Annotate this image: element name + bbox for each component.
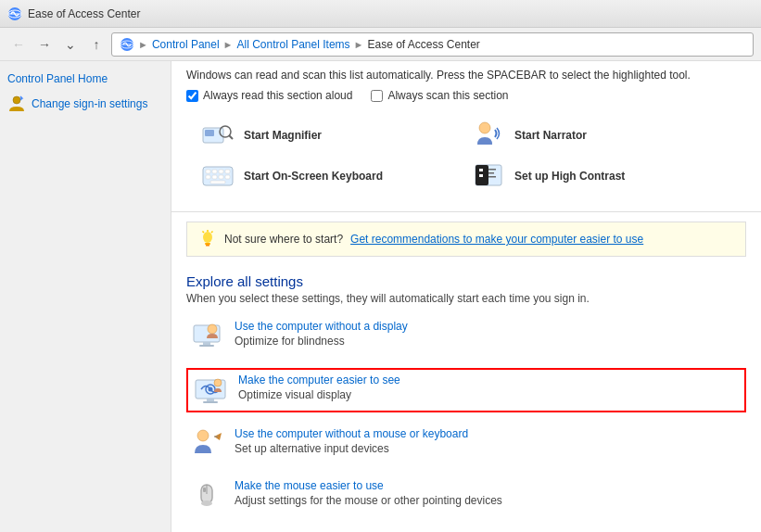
tool-contrast-label: Set up High Contrast (514, 170, 625, 183)
svg-rect-42 (207, 399, 214, 401)
keyboard-icon (201, 159, 235, 193)
setting-no-display-link[interactable]: Use the computer without a display (235, 320, 408, 333)
quick-tools-grid: Start Magnifier Start Narrator (186, 111, 746, 200)
address-bar[interactable]: ► Control Panel ► All Control Panel Item… (111, 32, 754, 57)
tool-keyboard[interactable]: Start On-Screen Keyboard (201, 159, 461, 193)
svg-point-12 (479, 122, 490, 133)
checkbox-always-read-label: Always read this section aloud (203, 89, 352, 102)
svg-rect-14 (206, 170, 210, 173)
up-button[interactable]: ↑ (85, 33, 108, 56)
auto-read-text: Windows can read and scan this list auto… (186, 69, 746, 82)
svg-rect-31 (205, 243, 210, 245)
address-current: Ease of Access Center (367, 38, 479, 51)
explore-section: Explore all settings When you select the… (171, 266, 761, 532)
not-sure-text: Not sure where to start? (224, 233, 343, 246)
setting-no-mouse-desc: Set up alternative input devices (235, 442, 389, 455)
checkbox-always-read[interactable]: Always read this section aloud (186, 89, 352, 102)
setting-mouse-easier-link[interactable]: Make the mouse easier to use (235, 479, 502, 492)
change-signin-icon (7, 95, 26, 113)
top-section: Windows can read and scan this list auto… (171, 61, 761, 212)
mouse-easier-icon (190, 479, 223, 513)
svg-rect-43 (203, 401, 218, 403)
setting-no-mouse: Use the computer without a mouse or keyb… (186, 424, 746, 464)
address-separator-3: ► (354, 39, 364, 50)
address-separator-2: ► (223, 39, 234, 50)
setting-mouse-easier-text: Make the mouse easier to use Adjust sett… (235, 479, 502, 507)
svg-rect-25 (479, 169, 483, 171)
svg-point-30 (203, 232, 212, 243)
svg-point-47 (197, 430, 209, 441)
main-layout: Control Panel Home Change sign-in settin… (0, 61, 761, 532)
title-bar-text: Ease of Access Center (28, 7, 140, 20)
svg-rect-32 (206, 245, 209, 247)
content-area: Windows can read and scan this list auto… (171, 61, 761, 532)
svg-rect-37 (203, 342, 210, 345)
address-icon (120, 37, 134, 52)
svg-point-46 (214, 379, 222, 386)
bulb-icon (198, 230, 217, 248)
svg-rect-28 (488, 172, 494, 174)
back-button[interactable]: ← (7, 33, 30, 56)
svg-rect-17 (225, 170, 230, 173)
setting-keyboard-easier: Make the keyboard easier to use Adjust s… (186, 527, 746, 532)
checkbox-always-read-input[interactable] (186, 90, 198, 102)
forward-button[interactable]: → (33, 33, 56, 56)
sidebar: Control Panel Home Change sign-in settin… (0, 61, 171, 532)
sidebar-link-change-signin[interactable]: Change sign-in settings (32, 97, 147, 110)
title-bar: Ease of Access Center (0, 0, 761, 28)
recent-pages-button[interactable]: ⌄ (59, 33, 82, 56)
setting-easier-to-see-text: Make the computer easier to see Optimize… (238, 374, 400, 401)
address-separator-1: ► (138, 39, 148, 50)
setting-mouse-easier-desc: Adjust settings for the mouse or other p… (235, 494, 502, 507)
setting-no-display-text: Use the computer without a display Optim… (235, 320, 408, 348)
not-sure-link[interactable]: Get recommendations to make your compute… (350, 233, 643, 246)
svg-rect-9 (205, 130, 214, 136)
svg-rect-22 (210, 181, 225, 184)
checkbox-row: Always read this section aloud Always sc… (186, 89, 746, 102)
magnifier-icon (201, 119, 235, 152)
address-control-panel[interactable]: Control Panel (152, 38, 220, 51)
easier-to-see-icon (194, 374, 227, 407)
svg-line-34 (211, 232, 213, 234)
svg-rect-18 (206, 175, 210, 179)
svg-rect-20 (219, 175, 223, 179)
sidebar-link-control-panel[interactable]: Control Panel Home (7, 72, 163, 85)
svg-line-11 (229, 135, 233, 139)
svg-rect-26 (479, 174, 483, 177)
tool-contrast[interactable]: Set up High Contrast (472, 159, 731, 193)
svg-line-35 (203, 232, 205, 234)
address-all-items[interactable]: All Control Panel Items (237, 38, 350, 51)
setting-easier-to-see-link[interactable]: Make the computer easier to see (238, 374, 400, 386)
narrator-icon (472, 119, 505, 152)
explore-desc: When you select these settings, they wil… (186, 292, 746, 305)
tool-narrator[interactable]: Start Narrator (472, 119, 731, 152)
contrast-icon (472, 159, 505, 193)
checkbox-always-scan-label: Always scan this section (387, 89, 508, 102)
nav-bar: ← → ⌄ ↑ ► Control Panel ► All Control Pa… (0, 28, 761, 61)
checkbox-always-scan-input[interactable] (371, 90, 383, 102)
setting-no-mouse-text: Use the computer without a mouse or keyb… (235, 427, 468, 455)
svg-point-52 (201, 500, 212, 506)
svg-rect-21 (225, 175, 230, 179)
tool-narrator-label: Start Narrator (514, 129, 587, 142)
tool-magnifier[interactable]: Start Magnifier (201, 119, 461, 152)
setting-no-display-desc: Optimize for blindness (235, 335, 345, 348)
setting-no-display: Use the computer without a display Optim… (186, 316, 746, 357)
title-bar-icon (7, 6, 22, 21)
svg-point-39 (208, 324, 217, 334)
setting-easier-to-see-desc: Optimize visual display (238, 388, 351, 401)
explore-title: Explore all settings (186, 273, 746, 289)
svg-rect-38 (199, 345, 214, 347)
svg-rect-51 (203, 488, 206, 492)
svg-rect-27 (488, 169, 496, 171)
svg-rect-16 (219, 170, 223, 173)
no-display-icon (190, 320, 223, 353)
tool-keyboard-label: Start On-Screen Keyboard (244, 170, 383, 183)
svg-rect-19 (212, 175, 217, 179)
no-mouse-icon (190, 427, 223, 461)
checkbox-always-scan[interactable]: Always scan this section (371, 89, 508, 102)
not-sure-section: Not sure where to start? Get recommendat… (186, 222, 746, 257)
setting-no-mouse-link[interactable]: Use the computer without a mouse or keyb… (235, 427, 468, 440)
svg-rect-15 (212, 170, 217, 173)
tool-magnifier-label: Start Magnifier (244, 129, 322, 142)
